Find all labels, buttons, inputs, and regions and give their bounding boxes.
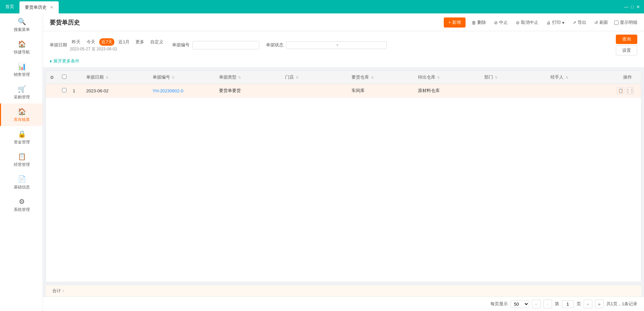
query-button[interactable]: 查询 [616, 35, 637, 44]
cell-doc-date: 2023-06-02 [84, 84, 150, 98]
per-page-label: 每页显示 [490, 301, 508, 307]
sidebar-item-basic-info[interactable]: 📄 基础信息 [0, 171, 43, 193]
table-area: ⚙ 单据日期 ⇅ 单据编号 ⇅ [46, 71, 641, 282]
cell-doc-number: YH-20230602-0 [150, 84, 216, 98]
cell-store [282, 84, 349, 98]
delete-button[interactable]: 🗑 删除 [470, 18, 488, 27]
refresh-button[interactable]: ↺ 刷新 [592, 18, 610, 27]
prev-page-button[interactable]: ‹ [543, 300, 552, 308]
cell-handler [548, 84, 614, 98]
sort-doc-type-icon[interactable]: ⇅ [238, 76, 241, 79]
doc-status-arrow: ▾ [336, 43, 384, 47]
search-menu-icon: 🔍 [18, 17, 26, 26]
stop-button[interactable]: ⊘ 中止 [492, 18, 510, 27]
sort-doc-date-icon[interactable]: ⇅ [106, 76, 108, 79]
tab-history-close[interactable]: ✕ [50, 5, 53, 10]
cell-gear [46, 84, 58, 98]
sidebar-item-purchase[interactable]: 🛒 采购管理 [0, 81, 43, 103]
next-page-button[interactable]: › [584, 300, 592, 308]
cell-req-warehouse: 车间库 [349, 84, 415, 98]
row-checkbox[interactable] [62, 88, 66, 92]
filter-area: 单据日期 昨天 今天 近7天 近1月 更多 自定义 2023-05-27 至 2… [43, 31, 644, 68]
delete-icon: 🗑 [472, 20, 476, 25]
row-edit-icon[interactable]: 📋 [617, 87, 624, 94]
doc-number-input[interactable] [192, 41, 259, 49]
expand-more-icon: ▾ [50, 59, 52, 64]
show-detail-button[interactable]: 显示明细 [614, 19, 637, 26]
doc-number-label: 单据编号 [172, 42, 190, 48]
cell-num: 1 [70, 84, 84, 98]
sidebar-item-label-quick: 快捷导航 [14, 49, 30, 55]
doc-number-link[interactable]: YH-20230602-0 [153, 88, 183, 93]
show-detail-checkbox[interactable] [614, 20, 619, 25]
sidebar-item-label-basic: 基础信息 [14, 184, 30, 190]
sidebar-item-inventory[interactable]: 🏠 库存核算 [0, 103, 43, 126]
operation-icon: 📋 [18, 152, 26, 161]
sidebar-item-quick-nav[interactable]: 🏠 快捷导航 [0, 36, 43, 58]
sort-doc-number-icon[interactable]: ⇅ [172, 76, 174, 79]
gear-settings-icon[interactable]: ⚙ [50, 75, 54, 80]
per-page-select[interactable]: 50 10 20 100 [511, 300, 529, 308]
expand-more-row: ▾ 展开更多条件 [50, 58, 637, 64]
purchase-icon: 🛒 [18, 85, 26, 93]
sort-department-icon[interactable]: ⇅ [495, 76, 497, 79]
tab-home[interactable]: 首页 [0, 0, 19, 13]
sidebar-item-operation[interactable]: 📋 经营管理 [0, 148, 43, 171]
sort-store-icon[interactable]: ⇅ [296, 76, 299, 79]
minimize-button[interactable]: — [624, 4, 628, 9]
th-checkbox [58, 71, 70, 84]
shortcut-1month[interactable]: 近1月 [116, 38, 131, 46]
sidebar-item-label-system: 系统管理 [14, 207, 30, 213]
refresh-icon: ↺ [594, 20, 598, 25]
shortcut-today[interactable]: 今天 [85, 38, 97, 46]
sidebar-item-label-purchase: 采购管理 [14, 94, 30, 100]
tab-history[interactable]: 要货单历史 ✕ [19, 1, 59, 13]
top-bar: 首页 要货单历史 ✕ — □ ✕ [0, 0, 644, 13]
sidebar-item-sales[interactable]: 📊 销售管理 [0, 58, 43, 81]
export-button[interactable]: ↗ 导出 [571, 18, 588, 27]
quick-nav-icon: 🏠 [18, 40, 26, 48]
print-button[interactable]: 🖨 打印 ▾ [544, 18, 567, 27]
new-button[interactable]: + 新增 [444, 17, 466, 28]
first-page-button[interactable]: « [532, 300, 541, 308]
sidebar-item-label-inventory: 库存核算 [14, 117, 30, 123]
maximize-button[interactable]: □ [631, 4, 634, 9]
doc-date-label: 单据日期 [50, 42, 67, 48]
sidebar-item-label-search: 搜索菜单 [14, 27, 30, 33]
shortcut-custom[interactable]: 自定义 [148, 38, 165, 46]
inventory-icon: 🏠 [18, 107, 26, 116]
doc-status-select[interactable]: ▾ [286, 41, 387, 49]
cancel-stop-button[interactable]: ⊘ 取消中止 [514, 18, 540, 27]
select-all-checkbox[interactable] [62, 75, 66, 79]
finance-icon: 🔒 [18, 130, 26, 138]
shortcut-more[interactable]: 更多 [133, 38, 146, 46]
th-department: 部门 ⇅ [482, 71, 548, 84]
sort-req-warehouse-icon[interactable]: ⇅ [371, 76, 374, 79]
th-gear: ⚙ [46, 71, 58, 84]
page-input[interactable] [562, 300, 574, 308]
th-handler: 经手人 ⇅ [548, 71, 614, 84]
row-more-icon[interactable]: ⋮⋮ [626, 87, 634, 94]
sort-handler-icon[interactable]: ⇅ [566, 76, 568, 79]
sort-pending-warehouse-icon[interactable]: ⇅ [437, 76, 440, 79]
toolbar: + 新增 🗑 删除 ⊘ 中止 ⊘ 取消中止 🖨 打 [444, 17, 637, 28]
print-icon: 🖨 [546, 20, 551, 25]
sidebar-item-search-menu[interactable]: 🔍 搜索菜单 [0, 13, 43, 36]
expand-more-btn[interactable]: ▾ 展开更多条件 [50, 58, 637, 64]
data-table: ⚙ 单据日期 ⇅ 单据编号 ⇅ [46, 71, 641, 98]
date-filter-group: 单据日期 昨天 今天 近7天 近1月 更多 自定义 2023-05-27 至 2… [50, 38, 165, 52]
shortcut-yesterday[interactable]: 昨天 [70, 38, 83, 46]
sidebar-item-system[interactable]: ⚙ 系统管理 [0, 193, 43, 216]
th-store: 门店 ⇅ [282, 71, 349, 84]
cell-pending-warehouse: 原材料仓库 [415, 84, 482, 98]
tab-history-label: 要货单历史 [25, 4, 47, 10]
table-row: 1 2023-06-02 YH-20230602-0 要货单要货 车间库 原材料… [46, 84, 641, 98]
shortcut-7days[interactable]: 近7天 [99, 38, 114, 46]
setting-button[interactable]: 设置 [616, 45, 637, 55]
sidebar-item-label-finance: 资金管理 [14, 139, 30, 145]
page-title: 要货单历史 [50, 18, 80, 27]
close-button[interactable]: ✕ [636, 4, 640, 9]
sidebar-item-finance[interactable]: 🔒 资金管理 [0, 126, 43, 148]
last-page-button[interactable]: » [595, 300, 604, 308]
doc-status-filter-group: 单据状态 ▾ [266, 41, 387, 49]
